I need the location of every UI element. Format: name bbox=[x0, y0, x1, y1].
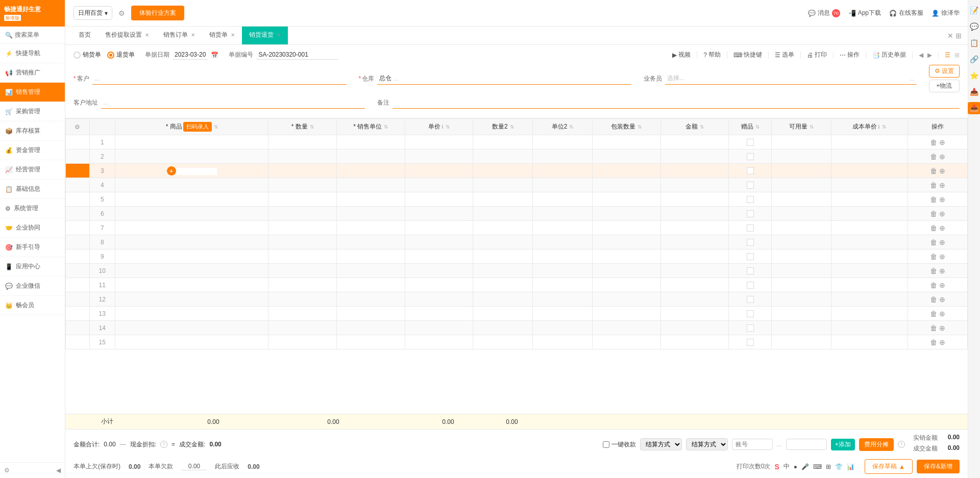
list-view-icon[interactable]: ☰ bbox=[945, 52, 950, 59]
row-qty-cell[interactable] bbox=[268, 221, 337, 235]
tab-expand-icon[interactable]: ⊞ bbox=[955, 32, 962, 40]
delete-icon[interactable]: 🗑 bbox=[930, 224, 937, 232]
row-unit2-cell[interactable] bbox=[533, 264, 593, 278]
address-input[interactable]: ... bbox=[101, 96, 365, 109]
row-qty-cell[interactable] bbox=[268, 164, 337, 178]
row-unit-cell[interactable] bbox=[337, 292, 405, 307]
customer-input[interactable]: ... bbox=[92, 72, 347, 85]
row-gift-cell[interactable] bbox=[729, 278, 772, 292]
row-unit2-cell[interactable] bbox=[533, 307, 593, 321]
gift-checkbox[interactable] bbox=[747, 324, 754, 332]
row-qty-cell[interactable] bbox=[268, 335, 337, 349]
next-record-icon[interactable]: ▶ bbox=[927, 52, 932, 59]
row-gift-cell[interactable] bbox=[729, 292, 772, 307]
shortcuts-btn[interactable]: ⌨ 快捷键 bbox=[733, 51, 762, 59]
tab-home[interactable]: 首页 bbox=[71, 27, 98, 44]
fee-help-icon[interactable]: ? bbox=[898, 441, 905, 448]
row-price-cell[interactable] bbox=[405, 235, 473, 249]
collapse-icon[interactable]: ◀ bbox=[56, 467, 61, 474]
sidebar-item-marketing[interactable]: 📢 营销推广 bbox=[0, 63, 65, 83]
row-amount-cell[interactable] bbox=[660, 321, 729, 335]
row-pkgqty-cell[interactable] bbox=[593, 264, 661, 278]
gift-checkbox[interactable] bbox=[747, 310, 754, 317]
row-price-cell[interactable] bbox=[405, 264, 473, 278]
grid-view-icon[interactable]: ⊞ bbox=[954, 52, 960, 59]
gift-checkbox[interactable] bbox=[747, 182, 754, 189]
row-price-cell[interactable] bbox=[405, 335, 473, 349]
toolbar-icon-4[interactable]: ⌨ bbox=[813, 463, 822, 470]
row-qty2-cell[interactable] bbox=[473, 207, 533, 221]
row-gift-cell[interactable] bbox=[729, 192, 772, 207]
toolbar-icon-6[interactable]: 👕 bbox=[835, 463, 843, 470]
row-unit2-cell[interactable] bbox=[533, 207, 593, 221]
settings-gear-icon[interactable]: ⚙ bbox=[118, 9, 125, 17]
sidebar-item-member[interactable]: 👑 畅会员 bbox=[0, 296, 65, 315]
row-gift-cell[interactable] bbox=[729, 178, 772, 192]
select-btn[interactable]: ☰ 选单 bbox=[775, 51, 794, 59]
sidebar-item-purchase[interactable]: 🛒 采购管理 bbox=[0, 102, 65, 121]
row-product-cell[interactable] bbox=[115, 207, 268, 221]
row-unit-cell[interactable] bbox=[337, 278, 405, 292]
gift-checkbox[interactable] bbox=[747, 167, 754, 174]
cost-sort-icon[interactable]: ⇅ bbox=[882, 124, 886, 130]
row-unit-cell[interactable] bbox=[337, 264, 405, 278]
delete-icon[interactable]: 🗑 bbox=[930, 138, 937, 146]
row-pkgqty-cell[interactable] bbox=[593, 278, 661, 292]
row-product-cell[interactable] bbox=[115, 135, 268, 149]
copy-icon[interactable]: ⊕ bbox=[939, 195, 945, 204]
row-qty2-cell[interactable] bbox=[473, 264, 533, 278]
row-gift-cell[interactable] bbox=[729, 164, 772, 178]
row-pkgqty-cell[interactable] bbox=[593, 249, 661, 264]
row-gift-cell[interactable] bbox=[729, 321, 772, 335]
row-unit2-cell[interactable] bbox=[533, 278, 593, 292]
radio-delivery[interactable]: 销货单 bbox=[74, 51, 101, 59]
pkgqty-sort-icon[interactable]: ⇅ bbox=[638, 124, 642, 130]
tab-sales-delivery[interactable]: 销货单 ✕ bbox=[202, 27, 242, 44]
copy-icon[interactable]: ⊕ bbox=[939, 253, 945, 261]
sidebar-item-inventory[interactable]: 📦 库存核算 bbox=[0, 121, 65, 141]
toolbar-icon-1[interactable]: 中 bbox=[783, 462, 790, 471]
copy-icon[interactable]: ⊕ bbox=[939, 338, 945, 346]
tab-close-icon[interactable]: ✕ bbox=[277, 32, 281, 38]
industry-selector[interactable]: 日用百货 ▾ bbox=[74, 6, 112, 20]
amount-sort-icon[interactable]: ⇅ bbox=[700, 124, 704, 130]
row-price-cell[interactable] bbox=[405, 292, 473, 307]
row-pkgqty-cell[interactable] bbox=[593, 164, 661, 178]
row-amount-cell[interactable] bbox=[660, 264, 729, 278]
row-product-cell[interactable] bbox=[115, 292, 268, 307]
gift-checkbox[interactable] bbox=[747, 282, 754, 289]
sidebar-item-operations[interactable]: 📈 经营管理 bbox=[0, 160, 65, 180]
row-qty2-cell[interactable] bbox=[473, 292, 533, 307]
tab-close-icon[interactable]: ✕ bbox=[231, 32, 235, 38]
tab-close-icon[interactable]: ✕ bbox=[191, 32, 195, 38]
row-unit2-cell[interactable] bbox=[533, 292, 593, 307]
barcode-btn[interactable]: 扫码录入 bbox=[183, 122, 212, 132]
row-price-cell[interactable] bbox=[405, 149, 473, 164]
unit-sort-icon[interactable]: ⇅ bbox=[384, 124, 388, 130]
row-qty2-cell[interactable] bbox=[473, 135, 533, 149]
delete-icon[interactable]: 🗑 bbox=[930, 195, 937, 204]
row-product-cell[interactable] bbox=[115, 278, 268, 292]
row-unit-cell[interactable] bbox=[337, 192, 405, 207]
gift-checkbox[interactable] bbox=[747, 139, 754, 146]
copy-icon[interactable]: ⊕ bbox=[939, 167, 945, 175]
row-amount-cell[interactable] bbox=[660, 292, 729, 307]
sidebar-item-sales[interactable]: 📊 销售管理 bbox=[0, 83, 65, 102]
row-qty-cell[interactable] bbox=[268, 249, 337, 264]
salesperson-input[interactable]: 选择... ... bbox=[665, 72, 917, 85]
print-btn[interactable]: 🖨 打印 bbox=[807, 51, 827, 59]
tab-close-icon[interactable]: ✕ bbox=[145, 32, 149, 38]
row-qty-cell[interactable] bbox=[268, 178, 337, 192]
row-unit2-cell[interactable] bbox=[533, 249, 593, 264]
row-gift-cell[interactable] bbox=[729, 249, 772, 264]
row-qty2-cell[interactable] bbox=[473, 235, 533, 249]
message-btn[interactable]: 💬 消息 70 bbox=[808, 9, 840, 17]
row-unit-cell[interactable] bbox=[337, 178, 405, 192]
delete-icon[interactable]: 🗑 bbox=[930, 281, 937, 289]
right-icon-3[interactable]: 📋 bbox=[968, 37, 980, 49]
row-price-cell[interactable] bbox=[405, 249, 473, 264]
row-product-cell[interactable]: + bbox=[115, 164, 268, 178]
row-qty-cell[interactable] bbox=[268, 264, 337, 278]
copy-icon[interactable]: ⊕ bbox=[939, 324, 945, 332]
row-gift-cell[interactable] bbox=[729, 307, 772, 321]
